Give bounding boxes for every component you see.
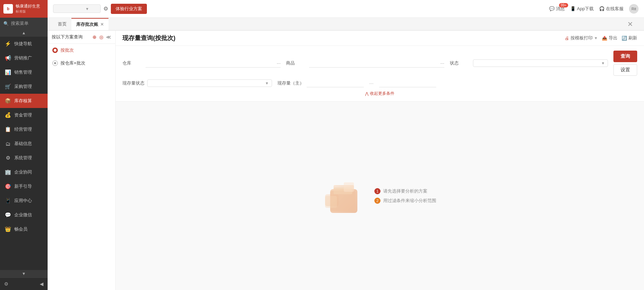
warehouse-input-wrap[interactable]: ···: [146, 59, 281, 68]
tabs-close-all-btn[interactable]: ✕: [622, 20, 639, 28]
topbar-right: 💬 消息 99+ 📱 App下载 🎧 在线客服 Rit: [549, 4, 639, 14]
tab-home[interactable]: 首页: [53, 18, 71, 30]
stock-qty-to-wrap[interactable]: [379, 79, 436, 87]
topbar-search-area[interactable]: ▼: [53, 4, 101, 13]
stock-status-select[interactable]: ▼: [147, 79, 272, 87]
page-title: 现存量查询(按批次): [122, 34, 175, 42]
plan-item-by-batch[interactable]: 按批次: [48, 44, 115, 57]
collapse-icon: ⋀: [365, 91, 369, 96]
page-header-actions: 🖨 按模板打印 ▼ 📤 导出 🔄 刷新: [565, 35, 637, 41]
goods-more-icon[interactable]: ···: [440, 60, 444, 66]
plan-item-by-warehouse-batch[interactable]: 按仓库+批次: [48, 57, 115, 70]
topbar-left: ▼ ⚙ 体验行业方案: [53, 4, 546, 14]
warehouse-label: 仓库: [122, 60, 143, 66]
goods-input[interactable]: [309, 60, 440, 66]
sidebar-item-system[interactable]: ⚙ 系统管理: [0, 151, 48, 165]
page-header: 现存量查询(按批次) 🖨 按模板打印 ▼ 📤 导出 🔄 刷新: [116, 31, 644, 46]
stock-status-chevron-icon: ▼: [265, 81, 269, 85]
marketing-icon: 📢: [5, 55, 11, 61]
appcenter-icon: 📱: [5, 198, 11, 204]
sidebar-item-quicknav[interactable]: ⚡ 快捷导航: [0, 37, 48, 51]
goods-label: 商品: [286, 60, 306, 66]
sidebar-item-purchase[interactable]: 🛒 采购管理: [0, 79, 48, 94]
filter-area: 仓库 ··· 商品 ···: [116, 46, 644, 102]
topbar-chevron-icon: ▼: [85, 7, 89, 11]
sidebar-item-basic[interactable]: 🗂 基础信息: [0, 137, 48, 151]
print-btn[interactable]: 🖨 按模板打印 ▼: [565, 35, 598, 41]
inventory-icon: 📦: [5, 98, 11, 104]
svg-rect-3: [344, 182, 354, 192]
tab-inventory-batch[interactable]: 库存批次账 ✕: [71, 18, 108, 30]
avatar[interactable]: Rit: [629, 4, 639, 14]
app-download-btn[interactable]: 📱 App下载: [570, 6, 594, 12]
topbar-gear-icon[interactable]: ⚙: [103, 5, 108, 12]
sidebar-item-wechat[interactable]: 💬 企业微信: [0, 208, 48, 222]
sidebar-item-appcenter[interactable]: 📱 应用中心: [0, 194, 48, 208]
sales-icon: 📊: [5, 69, 11, 75]
status-chevron-icon: ▼: [601, 61, 605, 65]
left-panel: 按以下方案查询 ⊕ ◎ ≪ 按批次 按仓库+批次: [48, 31, 116, 290]
basic-icon: 🗂: [5, 141, 11, 147]
tabs-right: ✕: [622, 20, 639, 28]
sidebar-item-inventory[interactable]: 📦 库存核算: [0, 94, 48, 108]
export-icon: 📤: [602, 36, 607, 41]
scroll-down-btn[interactable]: ▼: [0, 270, 48, 277]
refresh-icon: 🔄: [622, 36, 627, 41]
sidebar-header: b 畅康通好生意 标准版: [0, 0, 48, 18]
message-icon: 💬: [549, 6, 555, 11]
sidebar-item-finance[interactable]: 💰 资金管理: [0, 108, 48, 122]
experience-btn[interactable]: 体验行业方案: [111, 4, 147, 14]
sidebar-item-newguide[interactable]: 🎯 新手引导: [0, 179, 48, 194]
purchase-icon: 🛒: [5, 84, 11, 90]
service-icon: 🎧: [599, 6, 605, 11]
search-menu-item[interactable]: 🔍 搜索菜单: [0, 18, 48, 29]
stock-qty-from-wrap[interactable]: [307, 79, 364, 87]
active-plan-dot: [52, 48, 58, 53]
system-icon: ⚙: [5, 155, 11, 161]
query-btn[interactable]: 查询: [613, 51, 637, 62]
sidebar-settings-btn[interactable]: ⚙: [4, 281, 9, 287]
sidebar-item-enterprise[interactable]: 🏢 企业协同: [0, 165, 48, 179]
goods-input-wrap[interactable]: ···: [309, 59, 444, 68]
member-icon: 👑: [5, 226, 11, 232]
sidebar-logo: b: [3, 4, 13, 14]
refresh-btn[interactable]: 🔄 刷新: [622, 35, 637, 41]
sidebar-collapse-btn[interactable]: ◀: [40, 281, 44, 287]
enterprise-icon: 🏢: [5, 169, 11, 175]
edition-label: 标准版: [16, 9, 40, 14]
sidebar-item-operation[interactable]: 📋 经营管理: [0, 122, 48, 137]
collapse-more-btn[interactable]: ⋀ 收起更多条件: [122, 91, 637, 96]
scroll-up-btn[interactable]: ▲: [0, 29, 48, 37]
sidebar-item-marketing[interactable]: 📢 营销推广: [0, 51, 48, 65]
warehouse-input[interactable]: [146, 60, 277, 66]
topbar-search-input[interactable]: [56, 6, 83, 11]
stock-qty-label: 现存量（主）: [277, 80, 304, 86]
tab-close-btn[interactable]: ✕: [100, 22, 104, 27]
settings-btn[interactable]: 设置: [613, 64, 637, 76]
stock-qty-from-input[interactable]: [307, 80, 364, 86]
status-select[interactable]: ▼: [473, 59, 608, 67]
warehouse-more-icon[interactable]: ···: [277, 60, 281, 66]
sidebar-item-sales[interactable]: 📊 销售管理: [0, 65, 48, 79]
filter-status-field: 状态 ▼: [450, 59, 608, 67]
operation-icon: 📋: [5, 126, 11, 132]
export-btn[interactable]: 📤 导出: [602, 35, 617, 41]
svg-rect-2: [325, 196, 337, 208]
empty-hint-2: 2 用过滤条件来缩小分析范围: [374, 198, 436, 204]
topbar: ▼ ⚙ 体验行业方案 💬 消息 99+ 📱 App下载 🎧 在线客服 Rit: [48, 0, 644, 18]
empty-hints: 1 请先选择要分析的方案 2 用过滤条件来缩小分析范围: [374, 188, 436, 204]
content-area: 按以下方案查询 ⊕ ◎ ≪ 按批次 按仓库+批次: [48, 31, 644, 290]
stock-qty-separator: —: [367, 81, 376, 86]
stock-status-label: 现存量状态: [122, 80, 145, 86]
collapse-panel-btn[interactable]: ≪: [106, 34, 111, 40]
message-btn[interactable]: 💬 消息 99+: [549, 6, 565, 12]
sidebar-item-member[interactable]: 👑 畅会员: [0, 222, 48, 236]
message-badge: 99+: [559, 3, 568, 7]
add-plan-btn[interactable]: ⊕: [92, 34, 97, 40]
plan-settings-btn[interactable]: ◎: [99, 34, 103, 40]
sidebar: b 畅康通好生意 标准版 🔍 搜索菜单 ▲ ⚡ 快捷导航 📢 营销推广 📊 销售…: [0, 0, 48, 290]
filter-row-1: 仓库 ··· 商品 ···: [122, 51, 637, 76]
stock-qty-to-input[interactable]: [379, 80, 436, 86]
filter-goods-field: 商品 ···: [286, 59, 444, 68]
online-service-btn[interactable]: 🎧 在线客服: [599, 6, 624, 12]
